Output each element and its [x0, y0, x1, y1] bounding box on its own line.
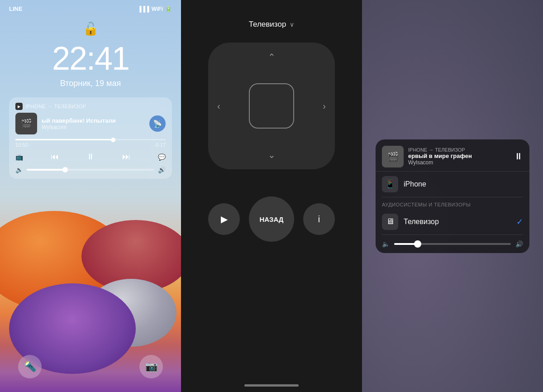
flashlight-button[interactable]: 🔦: [18, 355, 42, 378]
track-thumbnail: 🎬: [382, 146, 404, 167]
progress-thumb: [111, 138, 115, 142]
back-button[interactable]: НАЗАД: [249, 196, 294, 242]
remote-bottom-controls: ▶︎ НАЗАД i: [208, 196, 335, 242]
media-notification[interactable]: ▶ iPhone → ТЕЛЕВИЗОР 🎬 ый павербанк! Исп…: [9, 97, 172, 179]
airplay-notif-header: 🎬 iPhone → ТЕЛЕВИЗОР ервый в мире графен…: [376, 139, 529, 172]
status-icons: ▐▐▐ WiFi 🔋: [138, 6, 172, 12]
subtitle-icon[interactable]: 💬: [158, 153, 166, 161]
dpad-center-button[interactable]: [249, 83, 294, 129]
tv-label: Телевизор: [404, 218, 511, 226]
track-info: ый павербанк! Испытали Wylsacom: [42, 117, 145, 130]
vol-low-icon: 🔈: [382, 240, 390, 248]
volume-thumb: [414, 240, 421, 248]
airplay-button[interactable]: 📡: [149, 115, 166, 132]
back-label: НАЗАД: [259, 215, 283, 223]
time-elapsed: 10:50: [15, 142, 28, 148]
lock-bottom-buttons: 🔦 📷: [0, 355, 181, 378]
remote-header: Телевизор ∨: [249, 20, 295, 29]
track-artist: Wylsacom: [408, 159, 510, 166]
info-button[interactable]: i: [303, 203, 335, 235]
fast-forward-button[interactable]: ⏭: [122, 152, 130, 162]
notif-header: ▶ iPhone → ТЕЛЕВИЗОР: [15, 103, 166, 110]
tv-icon[interactable]: 📺: [15, 153, 23, 161]
remote-panel: Телевизор ∨ ⌃ ‹ › ⌄ ▶︎ НАЗАД i: [181, 0, 362, 392]
tv-icon: 🖥: [382, 214, 398, 230]
track-artist: Wylsacom: [42, 124, 145, 130]
track-info: iPhone → ТЕЛЕВИЗОР ервый в мире графен W…: [408, 147, 510, 166]
status-bar: LINE ▐▐▐ WiFi 🔋: [0, 0, 181, 12]
progress-bar[interactable]: [15, 139, 166, 140]
vol-low-icon: 🔈: [15, 166, 23, 173]
chevron-down-icon[interactable]: ∨: [290, 21, 294, 28]
track-title: ый павербанк! Испытали: [42, 117, 145, 124]
notif-main: 🎬 ый павербанк! Испытали Wylsacom 📡: [15, 113, 166, 134]
dpad-up-button[interactable]: ⌃: [268, 52, 276, 62]
remote-status-bar: [181, 0, 362, 20]
play-pause-icon: ▶︎: [221, 214, 228, 225]
section-label: АУДИОСИСТЕМЫ И ТЕЛЕВИЗОРЫ: [376, 197, 529, 209]
volume-thumb: [62, 167, 68, 172]
lock-time: 22:41: [52, 40, 129, 77]
play-pause-button[interactable]: ⏸: [514, 151, 523, 162]
vol-high-icon: 🔊: [158, 166, 166, 173]
remote-title: Телевизор: [249, 20, 286, 29]
checkmark-icon: ✓: [516, 217, 523, 227]
volume-slider[interactable]: [27, 169, 154, 171]
airplay-card: 🎬 iPhone → ТЕЛЕВИЗОР ервый в мире графен…: [376, 139, 529, 253]
signal-icon: ▐▐▐: [138, 6, 149, 12]
airplay-panel: 🎬 iPhone → ТЕЛЕВИЗОР ервый в мире графен…: [362, 0, 543, 392]
play-pause-button[interactable]: ⏸: [86, 152, 95, 162]
lock-date: Вторник, 19 мая: [60, 79, 121, 88]
iphone-device-row[interactable]: 📱 iPhone: [376, 172, 529, 197]
source-label: iPhone → ТЕЛЕВИЗОР: [408, 147, 510, 153]
dpad-left-button[interactable]: ‹: [217, 101, 220, 111]
carrier-label: LINE: [9, 5, 23, 12]
volume-slider[interactable]: [394, 243, 511, 245]
home-indicator: [244, 384, 299, 387]
camera-icon: 📷: [145, 361, 157, 373]
camera-button[interactable]: 📷: [139, 355, 163, 378]
iphone-icon: 📱: [382, 176, 398, 192]
time-remaining: -5:17: [154, 142, 166, 148]
volume-row: 🔈 🔊: [376, 235, 529, 253]
rewind-button[interactable]: ⏮: [51, 152, 59, 162]
dpad[interactable]: ⌃ ‹ › ⌄: [208, 43, 335, 169]
battery-icon: 🔋: [165, 6, 172, 12]
info-icon: i: [318, 214, 320, 225]
app-icon: ▶: [15, 103, 23, 110]
iphone-label: iPhone: [404, 180, 523, 188]
vol-high-icon: 🔊: [515, 240, 523, 248]
volume-fill: [27, 169, 65, 171]
dpad-right-button[interactable]: ›: [323, 101, 326, 111]
wifi-icon: WiFi: [152, 6, 163, 12]
progress-fill: [15, 139, 113, 140]
padlock-icon: 🔓: [83, 21, 99, 36]
track-title: ервый в мире графен: [408, 153, 510, 159]
dpad-down-button[interactable]: ⌄: [268, 149, 276, 160]
tv-device-row[interactable]: 🖥 Телевизор ✓: [376, 209, 529, 234]
playback-controls: 📺 ⏮ ⏸ ⏭ 💬: [15, 152, 166, 162]
lock-screen-panel: LINE ▐▐▐ WiFi 🔋 🔓 22:41 Вторник, 19 мая …: [0, 0, 181, 392]
flashlight-icon: 🔦: [24, 361, 36, 373]
play-pause-icon: ⏸: [514, 151, 523, 161]
time-row: 10:50 -5:17: [15, 142, 166, 148]
volume-row: 🔈 🔊: [15, 166, 166, 173]
track-thumbnail: 🎬: [15, 113, 37, 134]
notif-source: iPhone → ТЕЛЕВИЗОР: [25, 104, 86, 109]
play-pause-button[interactable]: ▶︎: [208, 203, 240, 235]
